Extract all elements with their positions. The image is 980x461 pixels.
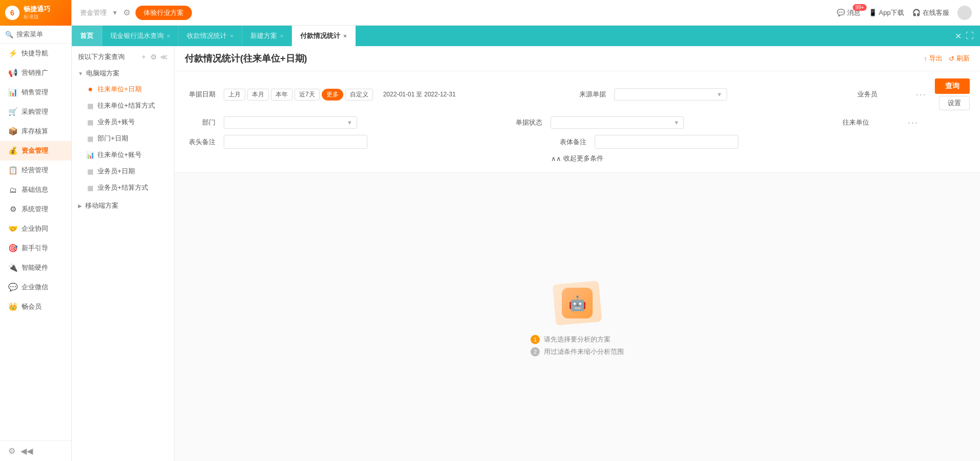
sidebar-item-marketing[interactable]: 📢营销推广 [0,63,71,83]
sidebar-item-label-sales: 销售管理 [22,88,48,97]
source-select[interactable]: ▼ [614,88,727,101]
scheme-table-icon-3: ▦ [86,134,94,143]
collapse-button[interactable]: ∧∧ 收起更多条件 [551,154,603,163]
tab-cash-bank-close[interactable]: × [167,33,170,39]
scheme-item-dept-date-label: 部门+日期 [97,134,128,143]
date-btn-this-month[interactable]: 本月 [247,89,269,101]
sidebar-item-label-member: 畅会员 [22,302,42,311]
content-area: 按以下方案查询 ＋ ⚙ ≪ ▼ 电脑端方案 ● 往来单位+日期 ▦ [72,46,980,461]
scheme-item-staff-settle[interactable]: ▦ 业务员+结算方式 [72,179,174,196]
sidebar-item-system[interactable]: ⚙系统管理 [0,199,71,219]
tab-payments[interactable]: 付款情况统计 × [292,26,355,46]
page-title: 付款情况统计(往来单位+日期) [185,52,307,65]
tab-home[interactable]: 首页 [72,26,102,46]
table-header-input[interactable] [224,135,367,149]
trial-button[interactable]: 体验行业方案 [135,6,192,20]
date-btn-custom[interactable]: 自定义 [345,89,373,101]
scheme-item-unit-date[interactable]: ● 往来单位+日期 [72,81,174,97]
sidebar-item-member[interactable]: 👑畅会员 [0,297,71,316]
sidebar-header: 6 畅捷通巧 标准版 [0,0,71,26]
sidebar-item-capital[interactable]: 💰资金管理 [0,141,71,161]
refresh-button[interactable]: ↺ 刷新 [949,54,970,63]
table-body-input[interactable] [595,135,738,149]
collapse-row: ∧∧ 收起更多条件 [185,149,970,165]
right-panel: 付款情况统计(往来单位+日期) ↑ 导出 ↺ 刷新 单据日期 [174,46,980,461]
sidebar-item-icon-sales: 📊 [8,88,17,97]
scheme-group-arrow-icon: ▼ [78,71,83,76]
scheme-item-staff-date[interactable]: ▦ 业务员+日期 [72,163,174,179]
sidebar-item-smart-hw[interactable]: 🔌智能硬件 [0,258,71,277]
tab-receipts-close[interactable]: × [230,33,233,39]
hint-num-2: 2 [531,347,540,356]
scheme-table-icon-1: ▦ [86,102,94,110]
export-label: 导出 [929,54,943,63]
scheme-item-unit-settle[interactable]: ▦ 往来单位+结算方式 [72,97,174,114]
sidebar-item-icon-system: ⚙ [8,205,17,214]
sidebar-item-icon-marketing: 📢 [8,68,17,77]
expand-tab-icon[interactable]: ⛶ [966,31,974,41]
scheme-settings-icon[interactable]: ⚙ [150,53,157,61]
export-icon: ↑ [924,55,928,63]
sidebar-item-label-guide: 新手引导 [22,244,48,253]
sidebar-item-inventory[interactable]: 📦库存核算 [0,122,71,141]
sidebar-item-label-enterprise: 企业协同 [22,224,48,233]
scheme-group-desktop-title[interactable]: ▼ 电脑端方案 [72,66,174,81]
online-service-btn[interactable]: 🎧 在线客服 [912,8,949,17]
settings-filter-button[interactable]: 设置 [939,96,970,110]
scheme-item-dept-date[interactable]: ▦ 部门+日期 [72,130,174,147]
date-btn-more[interactable]: 更多 [322,89,343,101]
sidebar-item-quick-nav[interactable]: ⚡快捷导航 [0,44,71,63]
sidebar-item-basic-info[interactable]: 🗂基础信息 [0,180,71,199]
scheme-header: 按以下方案查询 ＋ ⚙ ≪ [72,52,174,66]
empty-state: 🤖 1 请先选择要分析的方案 2 用过滤条件来缩小分析范围 [174,173,980,461]
app-download-btn[interactable]: 📱 App下载 [869,8,904,17]
sidebar-item-sales[interactable]: 📊销售管理 [0,83,71,102]
scheme-item-unit-account[interactable]: 📊 往来单位+账号 [72,147,174,163]
service-label: 在线客服 [923,8,949,17]
dept-select[interactable]: ▼ [224,116,357,129]
settings-icon[interactable]: ⚙ [123,8,130,17]
sidebar-item-label-system: 系统管理 [22,205,48,214]
scheme-item-unit-date-label: 往来单位+日期 [97,85,142,94]
query-button[interactable]: 查询 [935,78,970,94]
tabbar: 首页 现金银行流水查询 × 收款情况统计 × 新建方案 × 付款情况统计 × ✕… [72,26,980,46]
export-button[interactable]: ↑ 导出 [924,54,943,63]
sidebar-item-label-purchase: 采购管理 [22,107,48,116]
close-tab-icon[interactable]: ✕ [955,31,962,41]
sidebar-item-icon-operation: 📋 [8,166,17,175]
scheme-group-mobile-title[interactable]: ▶ 移动端方案 [72,198,174,213]
date-label: 单据日期 [185,90,215,99]
scheme-add-icon[interactable]: ＋ [140,52,147,62]
breadcrumb-dropdown-icon[interactable]: ▼ [112,9,118,16]
tab-payments-close[interactable]: × [343,33,346,39]
hint-num-1: 1 [531,335,540,344]
tab-cash-bank[interactable]: 现金银行流水查询 × [102,26,179,46]
tab-receipts[interactable]: 收款情况统计 × [179,26,242,46]
unit-dots: ··· [908,117,918,128]
scheme-collapse-icon[interactable]: ≪ [160,53,168,61]
tab-new-scheme-close[interactable]: × [280,33,283,39]
messages-btn[interactable]: 💬 消息 99+ [837,8,860,17]
date-btn-last-month[interactable]: 上月 [224,89,245,101]
sidebar-item-enterprise[interactable]: 🤝企业协同 [0,219,71,238]
tab-new-scheme[interactable]: 新建方案 × [242,26,292,46]
sidebar-item-label-quick-nav: 快捷导航 [22,49,48,58]
sidebar-item-purchase[interactable]: 🛒采购管理 [0,102,71,122]
sidebar-item-guide[interactable]: 🎯新手引导 [0,238,71,258]
app-icon: 📱 [869,9,877,16]
settings-footer-icon[interactable]: ⚙ [8,446,15,456]
sidebar-item-icon-enterprise: 🤝 [8,224,17,233]
table-header-label: 表头备注 [185,137,215,147]
logo-name: 畅捷通巧 [24,5,50,13]
date-btn-last-7[interactable]: 近7天 [295,89,320,101]
sidebar-item-wechat[interactable]: 💬企业微信 [0,277,71,297]
doc-status-select[interactable]: ▼ [551,116,684,129]
user-avatar[interactable] [957,6,972,20]
scheme-item-staff-account[interactable]: ▦ 业务员+账号 [72,114,174,130]
sidebar-item-icon-smart-hw: 🔌 [8,263,17,272]
sidebar-item-icon-quick-nav: ⚡ [8,49,17,58]
date-btn-this-year[interactable]: 本年 [271,89,292,101]
sidebar-item-operation[interactable]: 📋经营管理 [0,161,71,180]
sidebar-search[interactable]: 🔍 搜索菜单 [0,26,71,44]
collapse-sidebar-icon[interactable]: ◀◀ [21,446,33,456]
